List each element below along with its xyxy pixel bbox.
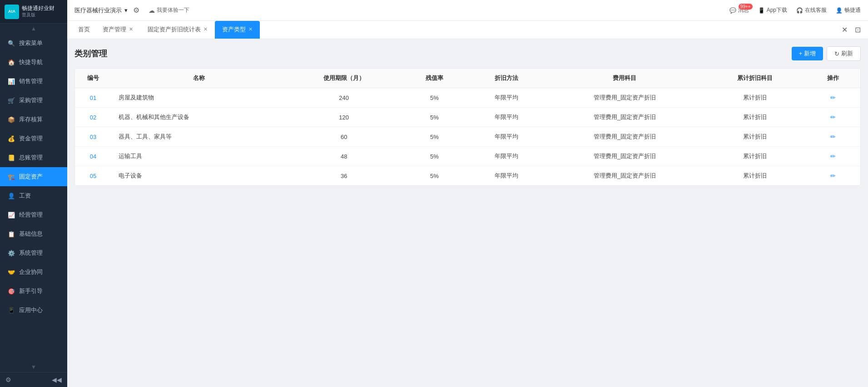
messages-btn[interactable]: 💬 消息 99+ <box>729 6 749 14</box>
cell-accumulated: 累计折旧 <box>704 127 806 147</box>
page-title: 类别管理 <box>74 48 107 59</box>
new-btn[interactable]: + 新增 <box>792 47 823 60</box>
experience-btn[interactable]: ☁ 我要体验一下 <box>149 6 189 14</box>
app-name: 畅捷通好业财 <box>22 5 55 12</box>
cell-expense: 管理费用_固定资产折旧 <box>546 88 704 108</box>
category-table: 编号 名称 使用期限（月） 残值率 折旧方法 费用科目 累计折旧科目 操作 01… <box>75 69 860 185</box>
customer-service-label: 在线客服 <box>805 6 827 14</box>
tab-asset-management[interactable]: 资产管理 ✕ <box>95 21 140 39</box>
cell-residual: 5% <box>401 166 467 186</box>
tab-asset-type[interactable]: 资产类型 ✕ <box>215 21 260 39</box>
refresh-label: 刷新 <box>841 50 853 58</box>
cell-actions: ✏ <box>806 166 860 186</box>
refresh-icon: ↻ <box>834 50 839 57</box>
sidebar-label-guide: 新手引导 <box>19 287 43 295</box>
sidebar-item-ops[interactable]: 📈 经营管理 <box>0 205 67 224</box>
tab-asset-management-close[interactable]: ✕ <box>129 26 133 32</box>
cell-method: 年限平均 <box>467 166 546 186</box>
cell-id: 05 <box>75 166 111 186</box>
close-tab-btn[interactable]: ✕ <box>840 24 849 36</box>
collapse-sidebar-btn[interactable]: ◀◀ <box>52 376 62 383</box>
edit-btn[interactable]: ✏ <box>830 153 836 160</box>
table-row: 05 电子设备 36 5% 年限平均 管理费用_固定资产折旧 累计折旧 ✏ <box>75 166 860 186</box>
sidebar-item-collab[interactable]: 🤝 企业协同 <box>0 263 67 282</box>
topbar: 医疗器械行业演示 ▾ ⚙ ☁ 我要体验一下 💬 消息 99+ 📱 App下载 🎧… <box>67 0 868 21</box>
data-table-container: 编号 名称 使用期限（月） 残值率 折旧方法 费用科目 累计折旧科目 操作 01… <box>74 68 861 186</box>
sidebar-item-quick-nav[interactable]: 🏠 快捷导航 <box>0 53 67 72</box>
sidebar-label-fixed-assets: 固定资产 <box>19 173 43 181</box>
sidebar-label-search: 搜索菜单 <box>19 39 43 47</box>
sidebar-label-app-center: 应用中心 <box>19 306 43 314</box>
col-actions: 操作 <box>806 69 860 88</box>
sidebar-label-base-info: 基础信息 <box>19 230 43 238</box>
cell-id: 02 <box>75 108 111 127</box>
cell-id: 01 <box>75 88 111 108</box>
app-download-btn[interactable]: 📱 App下载 <box>758 6 787 14</box>
sidebar-label-quick-nav: 快捷导航 <box>19 58 43 66</box>
module-selector[interactable]: 医疗器械行业演示 ▾ <box>74 6 128 15</box>
scroll-down[interactable]: ▼ <box>0 362 67 372</box>
cell-actions: ✏ <box>806 147 860 166</box>
sidebar-label-purchase: 采购管理 <box>19 96 43 104</box>
col-accumulated: 累计折旧科目 <box>704 69 806 88</box>
edit-btn[interactable]: ✏ <box>830 114 836 121</box>
col-method: 折旧方法 <box>467 69 546 88</box>
sidebar-item-sales[interactable]: 📊 销售管理 <box>0 72 67 91</box>
edit-btn[interactable]: ✏ <box>830 94 836 101</box>
tab-depreciation-table-label: 固定资产折旧统计表 <box>148 25 201 34</box>
ops-icon: 📈 <box>7 211 15 219</box>
fixed-assets-icon: 🏗️ <box>7 173 15 181</box>
customer-service-btn[interactable]: 🎧 在线客服 <box>796 6 827 14</box>
sidebar-item-app-center[interactable]: 📱 应用中心 <box>0 301 67 320</box>
sidebar-item-system[interactable]: ⚙️ 系统管理 <box>0 243 67 263</box>
table-row: 02 机器、机械和其他生产设备 120 5% 年限平均 管理费用_固定资产折旧 … <box>75 108 860 127</box>
app-edition: 普及版 <box>22 12 55 18</box>
sidebar-item-ledger[interactable]: 📒 总账管理 <box>0 148 67 167</box>
cell-method: 年限平均 <box>467 147 546 166</box>
fullscreen-btn[interactable]: ⊡ <box>853 24 863 36</box>
cell-residual: 5% <box>401 88 467 108</box>
sidebar-nav: 🔍 搜索菜单 🏠 快捷导航 📊 销售管理 🛒 采购管理 📦 库存核算 💰 资金管… <box>0 34 67 362</box>
tab-asset-type-close[interactable]: ✕ <box>248 26 253 32</box>
collab-icon: 🤝 <box>7 268 15 276</box>
app-center-icon: 📱 <box>7 306 15 314</box>
user-avatar-icon: 👤 <box>836 7 843 14</box>
logo-abbr: AtA <box>8 10 15 14</box>
tab-depreciation-close[interactable]: ✕ <box>203 26 208 32</box>
sidebar-item-capital[interactable]: 💰 资金管理 <box>0 129 67 148</box>
cell-period: 240 <box>287 88 402 108</box>
sidebar-label-payroll: 工资 <box>19 192 31 200</box>
cell-residual: 5% <box>401 108 467 127</box>
cell-expense: 管理费用_固定资产折旧 <box>546 147 704 166</box>
scroll-up[interactable]: ▲ <box>0 24 67 34</box>
sidebar-item-inventory[interactable]: 📦 库存核算 <box>0 110 67 129</box>
sidebar-item-search[interactable]: 🔍 搜索菜单 <box>0 34 67 53</box>
payroll-icon: 👤 <box>7 192 15 200</box>
tabs-controls: ✕ ⊡ <box>840 21 863 39</box>
sidebar-item-base-info[interactable]: 📋 基础信息 <box>0 224 67 243</box>
sidebar-item-purchase[interactable]: 🛒 采购管理 <box>0 91 67 110</box>
tab-home[interactable]: 首页 <box>73 21 95 39</box>
sidebar: AtA 畅捷通好业财 普及版 ▲ 🔍 搜索菜单 🏠 快捷导航 📊 销售管理 🛒 … <box>0 0 67 387</box>
cell-name: 机器、机械和其他生产设备 <box>111 108 287 127</box>
cell-name: 电子设备 <box>111 166 287 186</box>
tab-depreciation-table[interactable]: 固定资产折旧统计表 ✕ <box>140 21 215 39</box>
sidebar-label-sales: 销售管理 <box>19 77 43 85</box>
guide-icon: 🎯 <box>7 287 15 295</box>
sidebar-item-guide[interactable]: 🎯 新手引导 <box>0 282 67 301</box>
sidebar-item-payroll[interactable]: 👤 工资 <box>0 186 67 205</box>
table-body: 01 房屋及建筑物 240 5% 年限平均 管理费用_固定资产折旧 累计折旧 ✏… <box>75 88 860 186</box>
col-residual: 残值率 <box>401 69 467 88</box>
sidebar-item-fixed-assets[interactable]: 🏗️ 固定资产 <box>0 167 67 186</box>
cell-accumulated: 累计折旧 <box>704 108 806 127</box>
refresh-btn[interactable]: ↻ 刷新 <box>827 46 861 61</box>
edit-btn[interactable]: ✏ <box>830 133 836 140</box>
user-menu[interactable]: 👤 畅捷通 <box>836 6 861 14</box>
settings-icon[interactable]: ⚙ <box>133 6 139 15</box>
cell-method: 年限平均 <box>467 127 546 147</box>
page-header: 类别管理 + 新增 ↻ 刷新 <box>74 46 861 61</box>
settings-icon[interactable]: ⚙ <box>5 376 11 383</box>
cell-accumulated: 累计折旧 <box>704 166 806 186</box>
edit-btn[interactable]: ✏ <box>830 172 836 179</box>
app-download-label: App下载 <box>767 6 787 14</box>
